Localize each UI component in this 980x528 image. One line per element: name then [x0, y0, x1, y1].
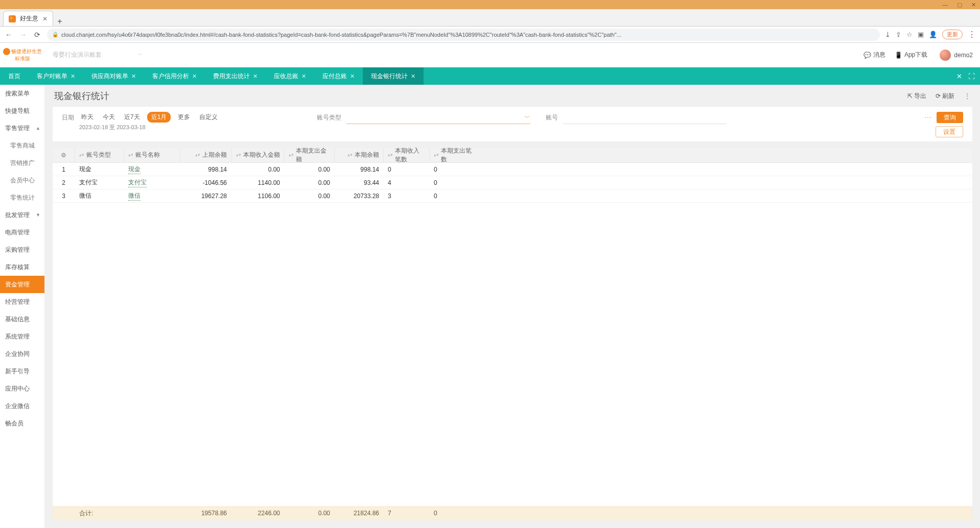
type-filter: 账号类型 ﹀: [317, 112, 530, 124]
sort-icon[interactable]: ▴▾: [347, 153, 353, 157]
tab-close-icon[interactable]: ✕: [71, 73, 75, 80]
profile-icon[interactable]: 👤: [929, 31, 937, 38]
sidebar-item[interactable]: 企业协同: [0, 345, 44, 363]
col-income-amount[interactable]: ▴▾本期收入金额: [231, 148, 285, 162]
messages-link[interactable]: 💬 消息: [864, 51, 885, 59]
sidebar-item[interactable]: 搜索菜单: [0, 85, 44, 102]
star-icon[interactable]: ☆: [906, 31, 913, 38]
sidebar-item[interactable]: 基础信息: [0, 310, 44, 328]
sidebar-item[interactable]: 应用中心: [0, 380, 44, 397]
fullscreen-icon[interactable]: ⛶: [968, 73, 975, 80]
col-expense-amount[interactable]: ▴▾本期支出金额: [285, 148, 335, 162]
col-expense-count[interactable]: ▴▾本期支出笔数: [430, 148, 476, 162]
reload-icon[interactable]: ⟳: [33, 31, 42, 39]
sidebar-item[interactable]: 零售管理▲: [0, 119, 44, 137]
date-preset[interactable]: 今天: [101, 112, 117, 123]
forward-icon[interactable]: →: [18, 31, 28, 39]
date-preset[interactable]: 更多: [176, 112, 192, 123]
account-link[interactable]: 支付宝: [128, 178, 147, 187]
sidebar-item[interactable]: 零售统计: [0, 189, 44, 206]
col-prev-balance[interactable]: ▴▾上期余额: [180, 148, 231, 162]
sort-icon[interactable]: ▴▾: [79, 153, 84, 157]
browser-tab[interactable]: 好生意 ✕: [3, 11, 53, 26]
workspace-tab[interactable]: 费用支出统计✕: [205, 67, 266, 85]
close-window-icon[interactable]: ✕: [971, 2, 976, 8]
sort-icon[interactable]: ▴▾: [128, 153, 133, 157]
tab-close-icon[interactable]: ✕: [42, 15, 48, 22]
minimize-icon[interactable]: —: [942, 2, 948, 8]
app-download-link[interactable]: 📱 App下载: [895, 51, 927, 59]
settings-button[interactable]: 设置: [936, 126, 963, 137]
sidebar-item[interactable]: 营销推广: [0, 154, 44, 172]
refresh-button[interactable]: ⟳ 刷新: [936, 92, 954, 101]
app-header: 畅捷通好生意 标准版 母婴行业演示账套 ﹀ 💬 消息 📱 App下载 demo2: [0, 43, 980, 67]
sidebar-item[interactable]: 经营管理: [0, 293, 44, 310]
more-filters-icon[interactable]: ⋯: [924, 113, 932, 122]
sort-icon[interactable]: ▴▾: [195, 153, 200, 157]
workspace-tab[interactable]: 供应商对账单✕: [83, 67, 144, 85]
tab-close-icon[interactable]: ✕: [131, 73, 136, 80]
type-select[interactable]: ﹀: [346, 112, 530, 124]
data-table: ⚙ ▴▾账号类型 ▴▾账号名称 ▴▾上期余额 ▴▾本期收入金额 ▴▾本期支出金额…: [52, 147, 973, 521]
workspace-tab[interactable]: 应付总账✕: [314, 67, 363, 85]
sidebar-item[interactable]: 新手引导: [0, 363, 44, 380]
sidebar-item[interactable]: 快捷导航: [0, 102, 44, 119]
date-preset[interactable]: 自定义: [197, 112, 220, 123]
date-preset[interactable]: 近1月: [147, 112, 171, 123]
account-input[interactable]: [563, 112, 727, 124]
tab-close-icon[interactable]: ✕: [192, 73, 197, 80]
avatar[interactable]: [940, 50, 951, 61]
col-balance[interactable]: ▴▾本期余额: [335, 148, 384, 162]
sidebar-item[interactable]: 零售商城: [0, 137, 44, 154]
close-all-tabs-icon[interactable]: ✕: [956, 73, 962, 80]
tab-close-icon[interactable]: ✕: [350, 73, 355, 80]
sort-icon[interactable]: ▴▾: [388, 153, 393, 157]
col-account-name[interactable]: ▴▾账号名称: [124, 148, 180, 162]
sidebar-item[interactable]: 资金管理: [0, 276, 44, 293]
username-label[interactable]: demo2: [954, 52, 973, 59]
sidebar-item[interactable]: 会员中心: [0, 172, 44, 189]
workspace-tab[interactable]: 首页: [0, 67, 29, 85]
workspace-tab[interactable]: 客户信用分析✕: [144, 67, 205, 85]
sort-icon[interactable]: ▴▾: [236, 153, 241, 157]
tab-close-icon[interactable]: ✕: [411, 73, 415, 80]
extensions-icon[interactable]: ▣: [918, 31, 924, 38]
install-icon[interactable]: ⤓: [885, 31, 891, 38]
sort-icon[interactable]: ▴▾: [289, 153, 294, 157]
query-button[interactable]: 查询: [937, 112, 963, 123]
sidebar-item[interactable]: 电商管理: [0, 224, 44, 241]
tab-close-icon[interactable]: ✕: [301, 73, 306, 80]
export-button[interactable]: ⇱ 导出: [907, 92, 926, 101]
sidebar-item[interactable]: 企业微信: [0, 397, 44, 415]
account-select[interactable]: 母婴行业演示账套 ﹀: [49, 49, 146, 62]
col-settings[interactable]: ⚙: [53, 148, 75, 162]
tab-close-icon[interactable]: ✕: [253, 73, 258, 80]
sort-icon[interactable]: ▴▾: [434, 153, 439, 157]
sidebar-item-label: 经营管理: [5, 298, 30, 306]
workspace-tabs-actions: ✕ ⛶: [956, 67, 980, 85]
workspace-tab[interactable]: 应收总账✕: [266, 67, 314, 85]
sidebar-item[interactable]: 库存核算: [0, 258, 44, 276]
more-actions-icon[interactable]: ⋮: [964, 92, 971, 101]
workspace-tab[interactable]: 客户对账单✕: [29, 67, 83, 85]
account-link[interactable]: 现金: [128, 165, 141, 174]
maximize-icon[interactable]: ▢: [957, 2, 962, 8]
account-placeholder: 母婴行业演示账套: [53, 51, 102, 59]
new-tab-button[interactable]: +: [53, 17, 66, 26]
date-preset[interactable]: 近7天: [122, 112, 142, 123]
sidebar-item[interactable]: 畅会员: [0, 415, 44, 432]
date-preset[interactable]: 昨天: [79, 112, 96, 123]
col-income-count[interactable]: ▴▾本期收入笔数: [384, 148, 430, 162]
sidebar-item[interactable]: 批发管理▼: [0, 206, 44, 224]
update-button[interactable]: 更新: [942, 30, 963, 39]
sidebar-item[interactable]: 采购管理: [0, 241, 44, 258]
sidebar-item[interactable]: 系统管理: [0, 328, 44, 345]
address-bar[interactable]: 🔒 cloud.chanjet.com/hsy/u4o6r74daqxn/l0f…: [47, 29, 880, 41]
workspace-tab[interactable]: 现金银行统计✕: [363, 67, 424, 85]
back-icon[interactable]: ←: [4, 31, 13, 39]
col-account-type[interactable]: ▴▾账号类型: [75, 148, 124, 162]
account-link[interactable]: 微信: [128, 191, 141, 201]
share-icon[interactable]: ⇪: [896, 31, 901, 38]
lock-icon: 🔒: [52, 32, 58, 37]
browser-menu-icon[interactable]: ⋮: [968, 30, 976, 39]
